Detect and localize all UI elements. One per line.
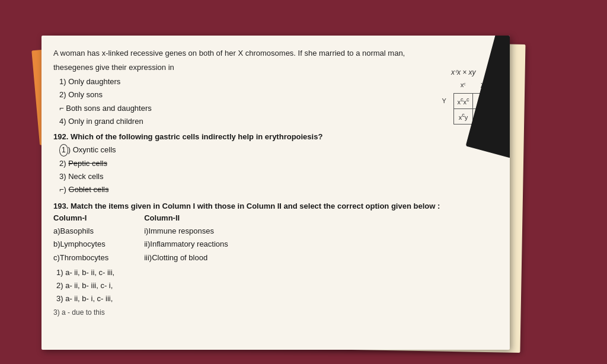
- col1-item-c: c)Thrombocytes: [53, 252, 108, 264]
- col2-item-iii: iii)Clotting of blood: [144, 252, 228, 264]
- q191-intro-line1: A woman has x-linked recessive genes on …: [53, 47, 495, 59]
- q191-opt2-num: 2): [59, 90, 68, 99]
- q192-opt4-text: Goblet cells: [69, 185, 109, 194]
- q191-opt4-num: 4): [59, 117, 68, 126]
- q192-opt3-num: 3): [59, 172, 68, 181]
- paper-stack: xᶜx × xy xᶜ λ Y xcxc xλ xcy xλ: [41, 36, 528, 350]
- col2-item-ii: ii)Inflammatory reactions: [144, 238, 228, 250]
- q192-opt1-text: Oxyntic cells: [73, 145, 116, 154]
- q191-options: 1) Only daughters 2) Only sons ⌐ Both so…: [59, 76, 495, 127]
- q192-text: 192. Which of the following gastric cell…: [53, 131, 495, 143]
- q191-arrow: ⌐: [59, 104, 66, 113]
- q192-option-4: ⌐) Goblet cells: [59, 184, 495, 196]
- q193-col1: Column-I a)Basophils b)Lymphocytes c)Thr…: [53, 212, 108, 265]
- q193-col2: Column-II i)Immune responses ii)Inflamma…: [144, 212, 228, 265]
- q193-ans-2: 2) a- ii, b- iii, c- i,: [56, 280, 495, 292]
- q191-opt4-text: Only in grand children: [68, 117, 143, 126]
- q192-option-1: 1) Oxyntic cells: [59, 144, 495, 157]
- q191-opt1-text: Only daughters: [68, 77, 120, 86]
- q193-ans-1: 1) a- ii, b- ii, c- iii,: [56, 267, 495, 279]
- q193-answer-options: 1) a- ii, b- ii, c- iii, 2) a- ii, b- ii…: [56, 267, 495, 305]
- q193-columns: Column-I a)Basophils b)Lymphocytes c)Thr…: [53, 212, 495, 265]
- col1-header: Column-I: [53, 212, 108, 224]
- q192-option-3: 3) Neck cells: [59, 171, 495, 183]
- q191-option-4: 4) Only in grand children: [59, 116, 495, 127]
- col1-item-b: b)Lymphocytes: [53, 238, 108, 250]
- col2-item-i: i)Immune responses: [144, 225, 228, 237]
- col1-item-a: a)Basophils: [53, 225, 108, 237]
- q191-intro-line2: thesegenes give their expression in: [53, 62, 495, 74]
- q191-opt1-num: 1): [59, 77, 68, 86]
- q191-opt3-text: Both sons and daughters: [66, 104, 152, 113]
- q192-opt1-circled: 1: [59, 144, 68, 157]
- q193-text: 193. Match the items given in Column I w…: [53, 200, 495, 212]
- q191-opt2-text: Only sons: [68, 90, 103, 99]
- q191-option-3: ⌐ Both sons and daughters: [59, 103, 495, 114]
- q192-opt2-num: 2): [59, 159, 66, 168]
- q192-opt2-text: Peptic cells: [68, 159, 107, 168]
- q191-option-2: 2) Only sons: [59, 89, 495, 101]
- q192-opt4-arrow: ⌐): [59, 185, 69, 194]
- q192-option-2: 2) Peptic cells: [59, 158, 495, 170]
- paper-main: xᶜx × xy xᶜ λ Y xcxc xλ xcy xλ: [41, 36, 510, 350]
- q192-options: 1) Oxyntic cells 2) Peptic cells 3) Neck…: [59, 144, 495, 196]
- col2-header: Column-II: [144, 212, 228, 224]
- content-area: A woman has x-linked recessive genes on …: [53, 47, 495, 318]
- q193-ans-3: 3) a- ii, b- i, c- iii,: [56, 293, 495, 305]
- q192-opt3-text: Neck cells: [68, 172, 103, 181]
- q191-option-1: 1) Only daughters: [59, 76, 495, 88]
- footer-text: 3) a - due to this: [53, 307, 495, 318]
- q193-section: 193. Match the items given in Column I w…: [53, 200, 495, 318]
